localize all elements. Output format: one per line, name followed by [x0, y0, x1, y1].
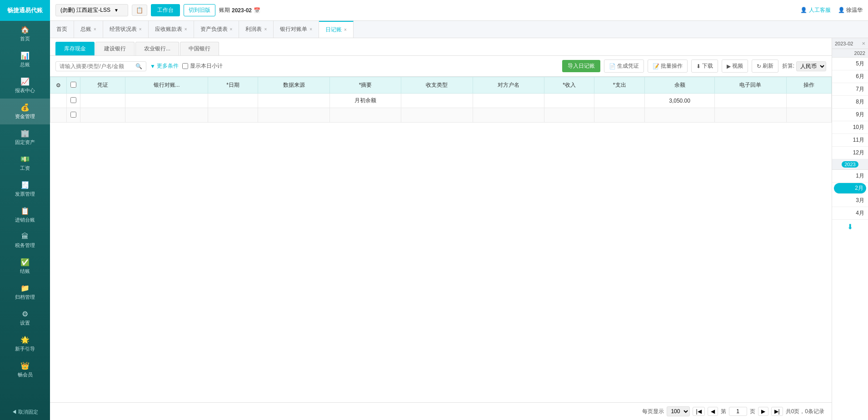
month-2023-03[interactable]: 3月	[832, 194, 868, 207]
month-2023-04[interactable]: 4月	[832, 207, 868, 220]
user-avatar[interactable]: 👤 徐温华	[838, 6, 863, 14]
col-checkbox[interactable]	[67, 77, 80, 94]
subtab-china-bank[interactable]: 中国银行	[180, 42, 219, 55]
row2-source	[258, 108, 329, 123]
sidebar-item-home[interactable]: 🏠 首页	[0, 21, 50, 47]
month-2022-10[interactable]: 10月	[832, 121, 868, 134]
tab-ledger[interactable]: 总账 ×	[74, 21, 103, 38]
per-page-select[interactable]: 100 50 200	[667, 406, 690, 416]
subtab-cash[interactable]: 库存现金	[55, 42, 95, 55]
search-box[interactable]: 🔍	[55, 61, 146, 71]
sidebar-item-salary[interactable]: 💵 工资	[0, 150, 50, 176]
sidebar-item-archive[interactable]: 📁 归档管理	[0, 279, 50, 305]
workspace-button[interactable]: 工作台	[151, 4, 180, 16]
tab-business-status[interactable]: 经营状况表 ×	[103, 21, 149, 38]
sidebar-item-close-accounts[interactable]: ✅ 结账	[0, 253, 50, 279]
month-2022-07[interactable]: 7月	[832, 83, 868, 96]
sidebar-item-fund[interactable]: 💰 资金管理	[0, 99, 50, 124]
tab-profit[interactable]: 利润表 ×	[239, 21, 274, 38]
date-picker-header: 2023-02 ×	[832, 38, 868, 49]
row1-check[interactable]	[67, 94, 80, 108]
refresh-button[interactable]: ↻ 刷新	[752, 59, 778, 73]
col-bank-match: 银行对账...	[125, 77, 208, 94]
sidebar-item-settings[interactable]: ⚙ 设置	[0, 305, 50, 331]
sidebar: 畅捷通易代账 🏠 首页 📊 总账 📈 报表中心 💰 资金管理 🏢 固定资产 💵 …	[0, 0, 50, 420]
show-daily-checkbox-label[interactable]: 显示本日小计	[182, 62, 223, 70]
subtab-agriculture-bank[interactable]: 农业银行...	[135, 42, 179, 55]
settings-icon: ⚙	[22, 310, 28, 318]
app-logo: 畅捷通易代账	[0, 0, 50, 21]
download-button[interactable]: ⬇ 下载	[691, 59, 718, 73]
import-diary-button[interactable]: 导入日记账	[562, 60, 600, 72]
first-page-button[interactable]: |◀	[693, 407, 704, 416]
sidebar-item-report[interactable]: 📈 报表中心	[0, 73, 50, 99]
next-page-button[interactable]: ▶	[758, 407, 768, 416]
row2-date	[208, 108, 258, 123]
account-subtabs: 库存现金 建设银行 农业银行... 中国银行	[50, 38, 832, 56]
subtab-construction-bank[interactable]: 建设银行	[95, 42, 135, 55]
scroll-down-icon[interactable]: ⬇	[845, 222, 855, 231]
row1-date	[208, 94, 258, 108]
month-2022-09[interactable]: 9月	[832, 109, 868, 121]
date-picker-close[interactable]: ×	[862, 40, 865, 47]
switch-button[interactable]: 切到旧版	[184, 4, 215, 16]
tab-receivable-close[interactable]: ×	[185, 27, 187, 32]
year-2022-label: 2022	[832, 49, 868, 58]
month-2022-08[interactable]: 8月	[832, 96, 868, 109]
sidebar-item-tax[interactable]: 🏛 税务管理	[0, 228, 50, 253]
video-button[interactable]: ▶ 视频	[722, 59, 748, 73]
row2-check[interactable]	[67, 108, 80, 123]
generate-voucher-button[interactable]: 📄 生成凭证	[604, 59, 644, 73]
tab-bank-statement-close[interactable]: ×	[309, 27, 312, 32]
month-2022-06[interactable]: 6月	[832, 70, 868, 83]
period-label: 账期 2023-02 📅	[219, 6, 260, 14]
page-number-input[interactable]	[729, 407, 747, 416]
tab-home[interactable]: 首页	[50, 21, 74, 38]
customer-service[interactable]: 👤 人工客服	[800, 6, 830, 14]
member-icon: 👑	[20, 361, 30, 370]
sidebar-item-member[interactable]: 👑 畅会员	[0, 357, 50, 383]
select-all-checkbox[interactable]	[70, 82, 76, 88]
month-2023-02[interactable]: 2月	[834, 183, 866, 194]
month-2022-12[interactable]: 12月	[832, 147, 868, 159]
prev-page-button[interactable]: ◀	[708, 407, 718, 416]
row1-summary: 月初余额	[329, 94, 401, 108]
col-settings[interactable]: ⚙	[50, 77, 67, 94]
calendar-icon[interactable]: 📅	[254, 7, 260, 14]
row1-voucher	[80, 94, 125, 108]
copy-button[interactable]: 📋	[132, 5, 147, 16]
currency-selector: 折算: 人民币 美元	[782, 61, 826, 71]
tab-ledger-close[interactable]: ×	[94, 27, 96, 32]
tab-diary[interactable]: 日记账 ×	[319, 21, 354, 38]
row1-counterpart	[473, 94, 544, 108]
currency-select[interactable]: 人民币 美元	[796, 61, 826, 71]
search-input[interactable]	[60, 63, 134, 69]
tab-diary-close[interactable]: ×	[344, 27, 347, 32]
sidebar-item-fixed-assets[interactable]: 🏢 固定资产	[0, 124, 50, 150]
month-2022-05[interactable]: 5月	[832, 58, 868, 70]
row1-settings	[50, 94, 67, 108]
month-2023-01[interactable]: 1月	[832, 170, 868, 183]
tab-receivable[interactable]: 应收账款表 ×	[149, 21, 194, 38]
col-income: *收入	[544, 77, 594, 94]
sidebar-unpin[interactable]: ◀ 取消固定	[0, 404, 50, 420]
col-source: 数据来源	[258, 77, 329, 94]
col-balance: 余额	[644, 77, 714, 94]
tab-profit-close[interactable]: ×	[264, 27, 267, 32]
sidebar-item-guide[interactable]: 🌟 新手引导	[0, 331, 50, 357]
tab-bank-statement[interactable]: 银行对账单 ×	[274, 21, 319, 38]
sidebar-item-ledger[interactable]: 📊 总账	[0, 47, 50, 73]
sales-ledger-icon: 📋	[20, 207, 30, 215]
sidebar-item-invoice[interactable]: 🧾 发票管理	[0, 176, 50, 202]
company-selector[interactable]: (勿删) 江西超宝-LSS ▼	[55, 4, 128, 16]
filter-button[interactable]: ▼ 更多条件	[150, 62, 179, 70]
month-2022-11[interactable]: 11月	[832, 134, 868, 147]
tab-business-status-close[interactable]: ×	[139, 27, 142, 32]
last-page-button[interactable]: ▶|	[771, 407, 783, 416]
sidebar-item-sales-ledger[interactable]: 📋 进销台账	[0, 202, 50, 228]
batch-button[interactable]: 📝 批量操作	[648, 59, 688, 73]
search-icon: 🔍	[135, 63, 142, 69]
tab-balance-sheet[interactable]: 资产负债表 ×	[194, 21, 239, 38]
show-daily-checkbox[interactable]	[182, 63, 188, 69]
tab-balance-sheet-close[interactable]: ×	[230, 27, 233, 32]
